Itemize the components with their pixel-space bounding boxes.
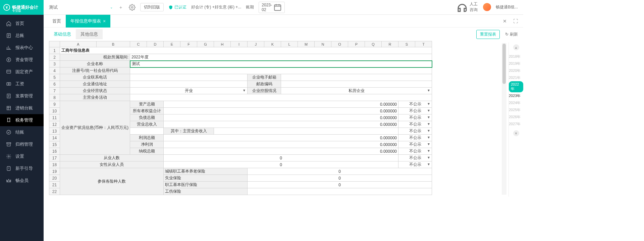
col-M[interactable]: M bbox=[298, 41, 315, 47]
nav-asset[interactable]: 固定资产 bbox=[0, 66, 44, 78]
col-H[interactable]: H bbox=[214, 41, 231, 47]
row-16[interactable]: 16 bbox=[49, 148, 60, 155]
old-version-button[interactable]: 切到旧版 bbox=[140, 3, 164, 11]
col-P[interactable]: P bbox=[348, 41, 365, 47]
publish-select[interactable]: 不公示 bbox=[398, 135, 432, 141]
row-18[interactable]: 18 bbox=[49, 161, 60, 168]
year-2022年[interactable]: 2022年 bbox=[509, 81, 523, 92]
year-2027年[interactable]: 2027年 bbox=[509, 120, 523, 128]
row-11[interactable]: 11 bbox=[49, 114, 60, 121]
col-E[interactable]: E bbox=[164, 41, 180, 47]
company-selector[interactable]: 测试 ⌄ bbox=[49, 3, 113, 12]
row-3[interactable]: 3 bbox=[49, 61, 60, 67]
col-N[interactable]: N bbox=[315, 41, 331, 47]
col-[interactable] bbox=[49, 41, 60, 47]
publish-select[interactable]: 不公示 bbox=[398, 101, 432, 108]
nav-money[interactable]: 资金管理 bbox=[0, 54, 44, 66]
col-K[interactable]: K bbox=[264, 41, 281, 47]
close-icon[interactable]: × bbox=[103, 18, 106, 24]
nav-salary[interactable]: 工资 bbox=[0, 78, 44, 90]
period-selector[interactable]: 2023-02 bbox=[259, 2, 285, 13]
publish-select[interactable]: 不公示 bbox=[398, 148, 432, 155]
nav-archive[interactable]: 归档管理 bbox=[0, 138, 44, 150]
col-A[interactable]: A bbox=[60, 41, 97, 47]
row-15[interactable]: 15 bbox=[49, 141, 60, 148]
publish-select[interactable]: 不公示 bbox=[398, 114, 432, 121]
support-link[interactable]: 人工咨询 bbox=[456, 1, 478, 13]
nav-stock[interactable]: 进销台账 bbox=[0, 102, 44, 114]
row-14[interactable]: 14 bbox=[49, 135, 60, 141]
row-19[interactable]: 19 bbox=[49, 168, 60, 175]
col-G[interactable]: G bbox=[197, 41, 214, 47]
publish-select[interactable]: 不公示 bbox=[398, 121, 432, 128]
tabs-close-icon[interactable]: ✕ bbox=[501, 17, 508, 25]
col-Q[interactable]: Q bbox=[365, 41, 382, 47]
row-8[interactable]: 8 bbox=[49, 94, 60, 101]
tabs-expand-icon[interactable]: ⛶ bbox=[512, 17, 519, 25]
row-13[interactable]: 13 bbox=[49, 128, 60, 135]
subtab-basic[interactable]: 基础信息 bbox=[49, 29, 76, 39]
publish-select[interactable]: 不公示 bbox=[398, 108, 432, 114]
row-2[interactable]: 2 bbox=[49, 54, 60, 61]
col-L[interactable]: L bbox=[281, 41, 298, 47]
publish-select[interactable]: 不公示 bbox=[398, 141, 432, 148]
col-S[interactable]: S bbox=[398, 41, 415, 47]
status-select[interactable]: 开业 bbox=[130, 88, 248, 94]
add-icon[interactable]: + bbox=[117, 4, 124, 11]
refresh-button[interactable]: ↻ 刷新 bbox=[505, 32, 518, 37]
year-2025年[interactable]: 2025年 bbox=[509, 106, 523, 113]
tab-annual-report[interactable]: 年报信息申报表 × bbox=[66, 15, 110, 28]
row-7[interactable]: 7 bbox=[49, 88, 60, 94]
year-down-icon[interactable]: ▼ bbox=[513, 130, 519, 136]
nav-invoice[interactable]: 发票管理 bbox=[0, 90, 44, 102]
tax-icon bbox=[6, 117, 11, 123]
avatar[interactable] bbox=[483, 3, 491, 11]
year-2026年[interactable]: 2026年 bbox=[509, 113, 523, 120]
row-1[interactable]: 1 bbox=[49, 47, 60, 54]
row-4[interactable]: 4 bbox=[49, 67, 60, 74]
col-D[interactable]: D bbox=[147, 41, 164, 47]
vertical-scrollbar[interactable] bbox=[502, 43, 506, 195]
nav-tax[interactable]: 税务管理 bbox=[0, 114, 44, 126]
publish-select[interactable]: 不公示 bbox=[398, 128, 432, 135]
col-C[interactable]: C bbox=[130, 41, 147, 47]
year-2018年[interactable]: 2018年 bbox=[509, 53, 523, 60]
row-17[interactable]: 17 bbox=[49, 155, 60, 161]
row-21[interactable]: 21 bbox=[49, 182, 60, 188]
row-12[interactable]: 12 bbox=[49, 121, 60, 128]
company-name-cell[interactable]: 测试 bbox=[130, 61, 432, 67]
year-2019年[interactable]: 2019年 bbox=[509, 60, 523, 67]
nav-home[interactable]: 首页 bbox=[0, 17, 44, 30]
reset-button[interactable]: 重置报表 bbox=[476, 30, 500, 39]
nav-settings[interactable]: 设置 bbox=[0, 150, 44, 162]
vip-icon bbox=[6, 178, 11, 183]
col-B[interactable]: B bbox=[96, 41, 130, 47]
row-20[interactable]: 20 bbox=[49, 175, 60, 182]
col-I[interactable]: I bbox=[231, 41, 248, 47]
tab-home[interactable]: 首页 bbox=[48, 15, 66, 28]
row-22[interactable]: 22 bbox=[49, 188, 60, 195]
nav-vip[interactable]: 畅会员 bbox=[0, 175, 44, 187]
col-R[interactable]: R bbox=[382, 41, 398, 47]
spreadsheet[interactable]: ABCDEFGHIJKLMNOPQRST1工商年报信息表2税款所属期间:2022… bbox=[44, 41, 523, 241]
row-9[interactable]: 9 bbox=[49, 101, 60, 108]
col-T[interactable]: T bbox=[415, 41, 432, 47]
year-2023年[interactable]: 2023年 bbox=[509, 92, 523, 99]
gear-icon[interactable] bbox=[129, 4, 136, 11]
year-up-icon[interactable]: ▲ bbox=[513, 44, 519, 50]
row-10[interactable]: 10 bbox=[49, 108, 60, 114]
subtab-other[interactable]: 其他信息 bbox=[76, 29, 103, 39]
col-J[interactable]: J bbox=[248, 41, 264, 47]
nav-chart[interactable]: 报表中心 bbox=[0, 42, 44, 54]
col-F[interactable]: F bbox=[180, 41, 197, 47]
nav-close[interactable]: 结账 bbox=[0, 126, 44, 138]
nav-ledger[interactable]: 总账 bbox=[0, 30, 44, 42]
row-6[interactable]: 6 bbox=[49, 81, 60, 88]
row-5[interactable]: 5 bbox=[49, 74, 60, 81]
year-2021年[interactable]: 2021年 bbox=[509, 74, 523, 81]
holding-select[interactable]: 私营企业 bbox=[281, 88, 432, 94]
col-O[interactable]: O bbox=[331, 41, 348, 47]
nav-guide[interactable]: 新手引导 bbox=[0, 162, 44, 175]
year-2020年[interactable]: 2020年 bbox=[509, 67, 523, 74]
year-2024年[interactable]: 2024年 bbox=[509, 99, 523, 106]
